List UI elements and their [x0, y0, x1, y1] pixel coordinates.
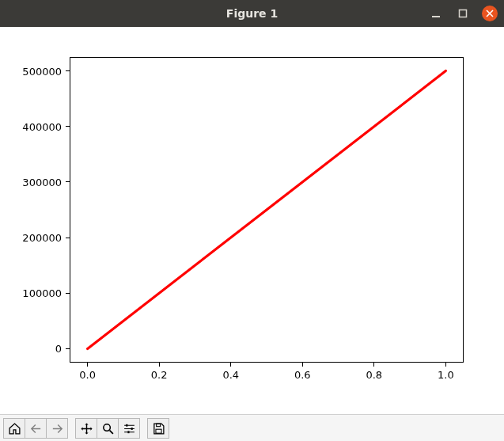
- svg-rect-0: [432, 16, 440, 17]
- svg-rect-6: [156, 424, 160, 427]
- x-tick-label: 0.4: [222, 369, 239, 381]
- svg-point-2: [103, 424, 110, 431]
- axes: 01000002000003000004000005000000.00.20.4…: [70, 57, 464, 363]
- y-tick: [66, 126, 70, 127]
- save-icon: [152, 422, 165, 435]
- y-tick: [66, 293, 70, 294]
- y-tick: [66, 181, 70, 182]
- back-button[interactable]: [25, 418, 47, 439]
- window-controls: [428, 0, 498, 27]
- x-tick-label: 0.8: [366, 369, 382, 381]
- svg-rect-1: [460, 10, 467, 17]
- x-tick-label: 0.0: [79, 369, 96, 381]
- forward-icon: [51, 422, 64, 435]
- line-plot: [70, 57, 464, 363]
- y-tick-label: 500000: [22, 65, 62, 77]
- home-icon: [8, 422, 21, 435]
- x-tick-label: 1.0: [438, 369, 454, 381]
- pan-button[interactable]: [75, 418, 97, 439]
- y-tick-label: 400000: [22, 120, 62, 132]
- close-button[interactable]: [482, 6, 498, 21]
- y-tick-label: 100000: [22, 287, 62, 299]
- figure-canvas[interactable]: 01000002000003000004000005000000.00.20.4…: [0, 27, 504, 414]
- x-tick-label: 0.2: [151, 369, 168, 381]
- pan-icon: [80, 422, 93, 435]
- zoom-button[interactable]: [97, 418, 119, 439]
- home-button[interactable]: [3, 418, 25, 439]
- x-tick: [159, 363, 160, 367]
- minimize-button[interactable]: [428, 6, 444, 21]
- svg-rect-5: [127, 431, 129, 433]
- minimize-icon: [431, 9, 441, 18]
- x-tick-label: 0.6: [294, 369, 311, 381]
- configure-button[interactable]: [118, 418, 140, 439]
- svg-rect-3: [126, 424, 127, 426]
- close-icon: [486, 10, 494, 17]
- maximize-button[interactable]: [455, 6, 471, 21]
- x-tick: [87, 363, 88, 367]
- y-tick: [66, 70, 70, 71]
- y-tick-label: 300000: [22, 176, 62, 188]
- nav-toolbar: [0, 414, 504, 441]
- svg-rect-4: [131, 428, 132, 430]
- y-tick-label: 200000: [22, 232, 62, 244]
- maximize-icon: [458, 9, 468, 18]
- y-tick: [66, 238, 70, 238]
- forward-button[interactable]: [46, 418, 68, 439]
- data-line: [88, 71, 446, 349]
- sliders-icon: [123, 422, 136, 435]
- back-icon: [29, 422, 43, 435]
- x-tick: [445, 363, 446, 367]
- titlebar: Figure 1: [0, 0, 504, 27]
- x-tick: [373, 363, 374, 367]
- zoom-icon: [101, 422, 115, 435]
- save-button[interactable]: [147, 418, 169, 439]
- y-tick-label: 0: [55, 343, 62, 355]
- x-tick: [302, 363, 303, 367]
- x-tick: [230, 363, 231, 367]
- y-tick: [66, 348, 70, 349]
- svg-rect-7: [155, 429, 161, 433]
